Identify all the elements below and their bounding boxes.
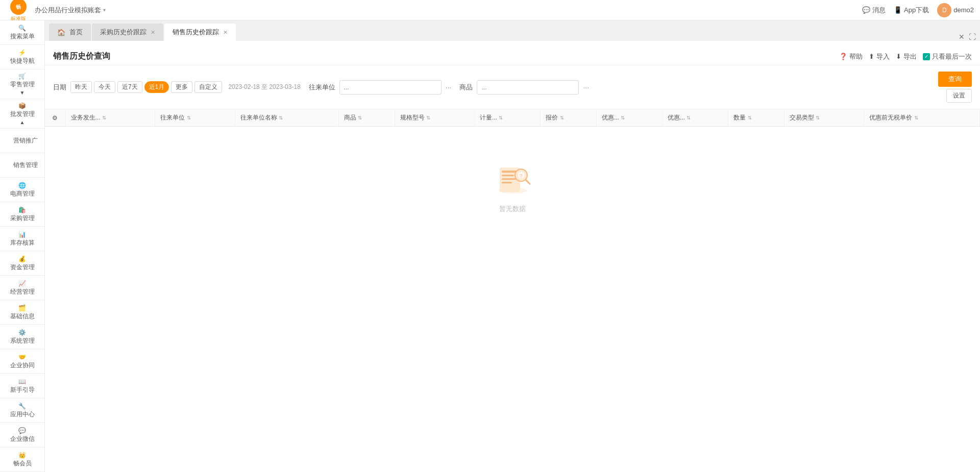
only-last-toggle[interactable]: ✓ 只看最后一次	[923, 52, 972, 61]
unit-input[interactable]	[339, 80, 442, 95]
th-goods-label: 商品	[344, 114, 356, 121]
sidebar-label-operations: 经营管理	[10, 288, 35, 296]
th-unit-name[interactable]: 往来单位名称 ⇅	[235, 109, 338, 127]
basic-info-icon: 🗂️	[18, 304, 26, 312]
sidebar-item-retail[interactable]: 🛒 零售管理 ▼	[0, 69, 44, 99]
sidebar-label-search: 搜索菜单	[10, 33, 35, 41]
sidebar-label-enterprise: 企业协同	[10, 362, 35, 370]
sidebar-item-purchase[interactable]: 🛍️ 采购管理	[0, 202, 44, 227]
sidebar-label-finance: 资金管理	[10, 264, 35, 272]
message-btn[interactable]: 💬 消息	[862, 6, 886, 15]
date-btn-yesterday[interactable]: 昨天	[70, 81, 92, 93]
sidebar-item-inventory[interactable]: 📊 库存核算	[0, 227, 44, 251]
tab-home[interactable]: 🏠 首页	[49, 23, 91, 41]
settings-button[interactable]: 设置	[946, 89, 972, 103]
th-pre-discount-price-label: 优惠前无税单价	[869, 114, 912, 121]
sidebar-item-finance[interactable]: 💰 资金管理	[0, 251, 44, 276]
app-download-btn[interactable]: 📱 App下载	[894, 6, 929, 15]
content-area: 🏠 首页 采购历史价跟踪 ✕ 销售历史价跟踪 ✕ ✕ ⛶ 销售历史价查询	[45, 20, 980, 472]
sidebar-item-basic-info[interactable]: 🗂️ 基础信息	[0, 300, 44, 325]
th-unit-name-label: 往来单位名称	[240, 114, 277, 121]
th-discount2[interactable]: 优惠... ⇅	[663, 109, 728, 127]
th-spec[interactable]: 规格型号 ⇅	[395, 109, 474, 127]
selector-arrow: ▾	[103, 7, 106, 13]
sidebar-label-wholesale: 批发管理	[10, 110, 35, 119]
th-trade-type-label: 交易类型	[790, 114, 814, 121]
sort-icon-spec: ⇅	[426, 115, 430, 121]
svg-rect-5	[502, 175, 514, 176]
date-buttons: 昨天 今天 近7天 近1月 更多 自定义	[70, 81, 222, 93]
sidebar-item-apps[interactable]: 🔧 应用中心	[0, 398, 44, 423]
sidebar-item-sales[interactable]: 销售管理	[0, 153, 44, 178]
th-pre-discount-price[interactable]: 优惠前无税单价 ⇅	[864, 109, 980, 127]
sidebar-item-marketing[interactable]: 营销推广	[0, 129, 44, 153]
sidebar-item-search[interactable]: 🔍 搜索菜单	[0, 20, 44, 45]
tab-purchase-close[interactable]: ✕	[151, 29, 155, 36]
date-btn-more[interactable]: 更多	[171, 81, 192, 93]
th-unit-measure[interactable]: 计量... ⇅	[475, 109, 541, 127]
close-all-btn[interactable]: ✕	[959, 33, 965, 41]
date-btn-custom[interactable]: 自定义	[194, 81, 222, 93]
th-goods[interactable]: 商品 ⇅	[338, 109, 395, 127]
finance-icon: 💰	[18, 255, 26, 263]
apps-icon: 🔧	[18, 403, 26, 410]
sidebar-label-system: 系统管理	[10, 337, 35, 345]
th-settings[interactable]: ⚙	[45, 109, 65, 127]
data-table: ⚙ 业务发生... ⇅ 往来单位 ⇅ 往来单位名称	[45, 109, 980, 127]
export-btn[interactable]: ⬇ 导出	[896, 52, 917, 61]
sidebar-item-guide[interactable]: 📖 新手引导	[0, 374, 44, 398]
page-actions: ❓ 帮助 ⬆ 导入 ⬇ 导出 ✓ 只看最后一次	[839, 52, 972, 61]
th-trade-type[interactable]: 交易类型 ⇅	[784, 109, 864, 127]
date-range-display: 2023-02-18 至 2023-03-18	[228, 83, 300, 91]
ecommerce-icon: 🌐	[18, 182, 26, 189]
goods-filter-group: 商品 ···	[459, 80, 589, 95]
sort-icon-price: ⇅	[560, 115, 564, 121]
import-icon: ⬆	[869, 53, 874, 60]
tab-sales-history[interactable]: 销售历史价跟踪 ✕	[164, 23, 236, 41]
only-last-checkbox[interactable]: ✓	[923, 53, 930, 60]
logo-icon: 畅	[10, 0, 27, 15]
member-icon: 👑	[18, 452, 26, 459]
th-business-date[interactable]: 业务发生... ⇅	[65, 109, 155, 127]
date-btn-1month[interactable]: 近1月	[144, 81, 169, 93]
inventory-icon: 📊	[18, 231, 26, 238]
th-spec-label: 规格型号	[400, 114, 425, 121]
goods-input[interactable]	[477, 80, 579, 95]
th-price[interactable]: 报价 ⇅	[541, 109, 597, 127]
sort-icon-unit-name: ⇅	[279, 115, 283, 121]
export-label: 导出	[903, 52, 917, 61]
import-btn[interactable]: ⬆ 导入	[869, 52, 890, 61]
th-unit[interactable]: 往来单位 ⇅	[155, 109, 235, 127]
query-button[interactable]: 查询	[938, 72, 972, 87]
date-btn-today[interactable]: 今天	[94, 81, 115, 93]
th-discount2-label: 优惠...	[668, 114, 685, 121]
main-layout: 🔍 搜索菜单 ⚡ 快捷导航 🛒 零售管理 ▼ 📦 批发管理 ▲ 营销推广 销售管…	[0, 20, 980, 472]
sidebar-item-wechat[interactable]: 💬 企业微信	[0, 423, 44, 447]
th-discount1[interactable]: 优惠... ⇅	[596, 109, 662, 127]
sort-icon-goods: ⇅	[358, 115, 362, 121]
sort-icon-discount1: ⇅	[621, 115, 625, 121]
settings-gear-icon[interactable]: ⚙	[52, 114, 58, 122]
maximize-btn[interactable]: ⛶	[969, 33, 976, 41]
th-quantity[interactable]: 数量 ⇅	[728, 109, 785, 127]
table-container: ⚙ 业务发生... ⇅ 往来单位 ⇅ 往来单位名称	[45, 109, 980, 472]
help-btn[interactable]: ❓ 帮助	[839, 52, 863, 61]
sidebar-item-system[interactable]: ⚙️ 系统管理	[0, 325, 44, 349]
sidebar-item-wholesale[interactable]: 📦 批发管理 ▲	[0, 99, 44, 129]
sidebar-item-quick-nav[interactable]: ⚡ 快捷导航	[0, 45, 44, 69]
sidebar-item-enterprise[interactable]: 🤝 企业协同	[0, 349, 44, 374]
tab-sales-close[interactable]: ✕	[223, 29, 228, 36]
tab-purchase-history[interactable]: 采购历史价跟踪 ✕	[92, 23, 163, 41]
phone-icon: 📱	[894, 6, 902, 14]
th-price-label: 报价	[546, 114, 558, 121]
sidebar-item-ecommerce[interactable]: 🌐 电商管理	[0, 178, 44, 202]
sidebar-item-operations[interactable]: 📈 经营管理	[0, 276, 44, 300]
sidebar-label-retail: 零售管理	[10, 81, 35, 89]
help-icon: ❓	[839, 53, 847, 60]
topbar-right: 💬 消息 📱 App下载 D demo2	[862, 3, 974, 17]
sidebar-item-member[interactable]: 👑 畅会员	[0, 447, 44, 472]
company-selector[interactable]: 办公用品行业模拟账套 ▾	[35, 6, 106, 15]
sort-icon-pre-discount: ⇅	[914, 115, 918, 121]
date-btn-7days[interactable]: 近7天	[117, 81, 142, 93]
user-menu[interactable]: D demo2	[937, 3, 974, 17]
